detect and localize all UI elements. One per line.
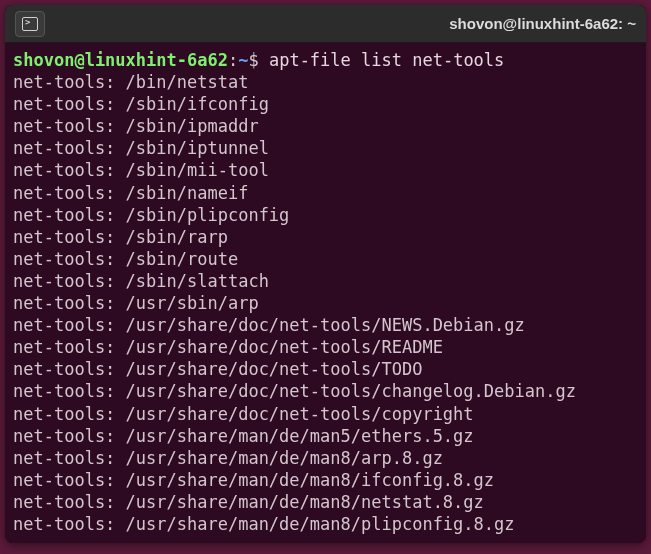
output-line: net-tools: /sbin/nameif [13, 182, 638, 204]
output-container: net-tools: /bin/netstatnet-tools: /sbin/… [13, 71, 638, 535]
prompt-colon: : [228, 50, 238, 70]
terminal-icon [22, 17, 38, 31]
command-text: apt-file list net-tools [269, 50, 504, 70]
window-title: shovon@linuxhint-6a62: ~ [449, 15, 636, 32]
prompt-line: shovon@linuxhint-6a62:~$ apt-file list n… [13, 49, 638, 71]
output-line: net-tools: /usr/share/man/de/man8/netsta… [13, 491, 638, 513]
output-line: net-tools: /usr/share/doc/net-tools/READ… [13, 336, 638, 358]
titlebar-left [15, 11, 45, 37]
new-tab-button[interactable] [15, 11, 45, 37]
output-line: net-tools: /sbin/ifconfig [13, 93, 638, 115]
terminal-body[interactable]: shovon@linuxhint-6a62:~$ apt-file list n… [5, 43, 646, 543]
output-line: net-tools: /sbin/ipmaddr [13, 115, 638, 137]
output-line: net-tools: /usr/share/doc/net-tools/TODO [13, 358, 638, 380]
output-line: net-tools: /usr/share/doc/net-tools/copy… [13, 403, 638, 425]
output-line: net-tools: /sbin/slattach [13, 270, 638, 292]
output-line: net-tools: /usr/share/man/de/man8/plipco… [13, 513, 638, 535]
titlebar: shovon@linuxhint-6a62: ~ [5, 5, 646, 43]
prompt-path: ~ [238, 50, 248, 70]
output-line: net-tools: /sbin/mii-tool [13, 159, 638, 181]
output-line: net-tools: /sbin/plipconfig [13, 204, 638, 226]
terminal-window: shovon@linuxhint-6a62: ~ shovon@linuxhin… [5, 5, 646, 543]
output-line: net-tools: /usr/sbin/arp [13, 292, 638, 314]
output-line: net-tools: /sbin/route [13, 248, 638, 270]
prompt-user-host: shovon@linuxhint-6a62 [13, 50, 228, 70]
output-line: net-tools: /sbin/rarp [13, 226, 638, 248]
prompt-dollar: $ [248, 50, 268, 70]
output-line: net-tools: /usr/share/man/de/man8/arp.8.… [13, 447, 638, 469]
output-line: net-tools: /usr/share/man/de/man5/ethers… [13, 425, 638, 447]
output-line: net-tools: /usr/share/doc/net-tools/chan… [13, 380, 638, 402]
output-line: net-tools: /bin/netstat [13, 71, 638, 93]
output-line: net-tools: /usr/share/doc/net-tools/NEWS… [13, 314, 638, 336]
output-line: net-tools: /usr/share/man/de/man8/ifconf… [13, 469, 638, 491]
output-line: net-tools: /sbin/iptunnel [13, 137, 638, 159]
